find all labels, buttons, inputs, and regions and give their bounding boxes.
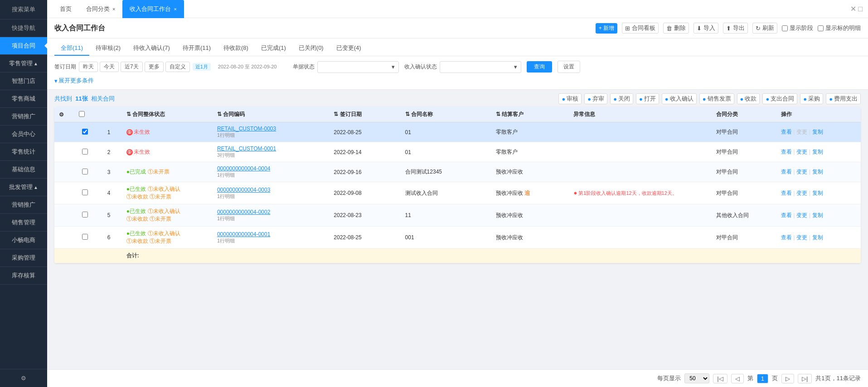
date-btn-自定义[interactable]: 自定义 xyxy=(165,62,190,72)
last-page-button[interactable]: ▷| xyxy=(798,374,812,383)
code-link[interactable]: RETAIL_CUSTOM-0003 xyxy=(217,126,276,132)
view-button[interactable]: 查看 xyxy=(781,149,792,155)
row-checkbox[interactable] xyxy=(74,227,96,249)
action-btn-sales_invoice[interactable]: ●销售发票 xyxy=(699,93,734,104)
code-link[interactable]: RETAIL_CUSTOM-0001 xyxy=(217,145,276,152)
doc-status-select[interactable]: ▾ xyxy=(317,61,399,73)
copy-button[interactable]: 复制 xyxy=(812,129,823,135)
row-checkbox[interactable] xyxy=(74,122,96,142)
action-btn-collection[interactable]: ●收款 xyxy=(737,93,760,104)
sidebar-item-member[interactable]: 会员中心 xyxy=(0,126,47,143)
sidebar-item-marketing[interactable]: 营销推广 xyxy=(0,108,47,126)
code-link[interactable]: 0000000000004-0002 xyxy=(217,209,270,215)
show-label-checkbox[interactable]: 显示标的明细 xyxy=(818,24,861,32)
copy-button[interactable]: 复制 xyxy=(812,212,823,218)
set-button[interactable]: 设置 xyxy=(558,61,580,73)
sidebar-item-retail_mall[interactable]: 零售商城 xyxy=(0,90,47,108)
per-page-select[interactable]: 50 100 200 xyxy=(684,373,709,383)
copy-button[interactable]: 复制 xyxy=(812,234,823,241)
change-button[interactable]: 变更 xyxy=(796,169,807,175)
board-button[interactable]: ⊞ 合同看板 xyxy=(622,23,659,34)
copy-button[interactable]: 复制 xyxy=(812,169,823,175)
action-btn-expense_out[interactable]: ●支出合同 xyxy=(762,93,797,104)
action-btn-audit[interactable]: ●审核 xyxy=(558,93,582,104)
change-button[interactable]: 变更 xyxy=(796,149,807,155)
view-button[interactable]: 查看 xyxy=(781,129,792,135)
tab-income_workbench[interactable]: 收入合同工作台× xyxy=(122,0,184,18)
sidebar-item-project[interactable]: 项目合同 xyxy=(0,37,47,55)
sidebar-nav[interactable]: 快捷导航 xyxy=(0,19,47,37)
filter-tab-closed[interactable]: 已关闭(0) xyxy=(292,41,330,56)
date-btn-昨天[interactable]: 昨天 xyxy=(79,62,98,72)
tab-close-icon[interactable]: × xyxy=(112,6,115,12)
sidebar-item-inventory[interactable]: 库存核算 xyxy=(0,267,47,285)
select-all-checkbox[interactable] xyxy=(79,111,85,117)
sidebar-item-smart_store[interactable]: 智慧门店 xyxy=(0,73,47,90)
next-page-button[interactable]: ▷ xyxy=(781,374,794,383)
sidebar-item-base_info[interactable]: 基础信息 xyxy=(0,161,47,179)
sidebar-item-purchase[interactable]: 采购管理 xyxy=(0,249,47,267)
change-button[interactable]: 变更 xyxy=(796,190,807,196)
filter-tab-pending_payment[interactable]: 待收款(8) xyxy=(217,41,255,56)
table-row[interactable]: 3●已完成 ①未开票0000000000004-00041行明细2022-09-… xyxy=(54,162,861,182)
date-active-badge[interactable]: 近1月 xyxy=(193,63,211,71)
code-link[interactable]: 0000000000004-0001 xyxy=(217,231,270,237)
th-setting[interactable]: ⚙ xyxy=(54,107,74,122)
new-button[interactable]: + 新增 xyxy=(596,23,617,34)
action-btn-close[interactable]: ●关闭 xyxy=(610,93,633,104)
copy-button[interactable]: 复制 xyxy=(812,190,823,196)
code-link[interactable]: 0000000000004-0003 xyxy=(217,187,270,193)
window-close-button[interactable]: ✕ □ xyxy=(850,5,863,13)
action-btn-expense_pay[interactable]: ●费用支出 xyxy=(826,93,861,104)
copy-button[interactable]: 复制 xyxy=(812,149,823,155)
view-button[interactable]: 查看 xyxy=(781,234,792,241)
row-checkbox[interactable] xyxy=(74,142,96,162)
filter-tab-pending_confirm[interactable]: 待收入确认(7) xyxy=(127,41,176,56)
date-btn-更多[interactable]: 更多 xyxy=(145,62,164,72)
sidebar-item-xiaochange[interactable]: 小畅电商 xyxy=(0,232,47,249)
change-button[interactable]: 变更 xyxy=(796,212,807,218)
sidebar-item-retail[interactable]: 零售管理▲ xyxy=(0,55,47,73)
sidebar-item-wholesale[interactable]: 批发管理▲ xyxy=(0,179,47,196)
refresh-button[interactable]: ↻ 刷新 xyxy=(752,23,777,34)
expand-more-button[interactable]: ▾ 展开更多条件 xyxy=(54,77,861,85)
import-button[interactable]: ⬇ 导入 xyxy=(693,23,718,34)
filter-tab-completed[interactable]: 已完成(1) xyxy=(255,41,292,56)
sidebar-item-marketing2[interactable]: 营销推广 xyxy=(0,196,47,214)
action-btn-open[interactable]: ●打开 xyxy=(636,93,659,104)
sidebar-item-retail_stat[interactable]: 零售统计 xyxy=(0,143,47,161)
table-row[interactable]: 6●已生效 ①未收入确认①未收款 ①未开票0000000000004-00011… xyxy=(54,227,861,249)
tab-contract_type[interactable]: 合同分类× xyxy=(79,0,122,18)
confirm-status-select[interactable]: ▾ xyxy=(440,61,521,73)
table-row[interactable]: 1①未生效RETAIL_CUSTOM-00031行明细2022-08-2501零… xyxy=(54,122,861,142)
tab-close-icon[interactable]: × xyxy=(174,6,176,12)
action-btn-purchase[interactable]: ●采购 xyxy=(800,93,823,104)
query-button[interactable]: 查询 xyxy=(527,61,552,73)
table-row[interactable]: 5●已生效 ①未收入确认①未收款 ①未开票0000000000004-00021… xyxy=(54,204,861,227)
row-checkbox[interactable] xyxy=(74,162,96,182)
change-button[interactable]: 变更 xyxy=(796,234,807,241)
view-button[interactable]: 查看 xyxy=(781,169,792,175)
date-btn-近7天[interactable]: 近7天 xyxy=(121,62,143,72)
action-btn-income_confirm[interactable]: ●收入确认 xyxy=(662,93,697,104)
export-button[interactable]: ⬆ 导出 xyxy=(723,23,748,34)
delete-button[interactable]: 🗑 删除 xyxy=(663,23,689,34)
table-row[interactable]: 4●已生效 ①未收入确认①未收款 ①未开票0000000000004-00031… xyxy=(54,182,861,204)
tab-home[interactable]: 首页 xyxy=(53,0,79,18)
show-stage-checkbox[interactable]: 显示阶段 xyxy=(782,24,813,32)
sidebar-search[interactable]: 搜索菜单 xyxy=(0,0,47,19)
code-link[interactable]: 0000000000004-0004 xyxy=(217,165,270,172)
filter-tab-pending_invoice[interactable]: 待开票(11) xyxy=(176,41,217,56)
settings-icon[interactable]: ⚙ xyxy=(0,369,47,387)
row-checkbox[interactable] xyxy=(74,204,96,227)
sidebar-item-sales_mgmt[interactable]: 销售管理 xyxy=(0,214,47,232)
first-page-button[interactable]: |◁ xyxy=(713,374,727,383)
view-button[interactable]: 查看 xyxy=(781,190,792,196)
view-button[interactable]: 查看 xyxy=(781,212,792,218)
filter-tab-all[interactable]: 全部(11) xyxy=(54,41,89,56)
filter-tab-pending_audit[interactable]: 待审核(2) xyxy=(89,41,127,56)
table-row[interactable]: 2①未生效RETAIL_CUSTOM-00013行明细2022-09-1401零… xyxy=(54,142,861,162)
action-btn-abandon[interactable]: ●弃审 xyxy=(584,93,607,104)
row-checkbox[interactable] xyxy=(74,182,96,204)
date-btn-今天[interactable]: 今天 xyxy=(100,62,119,72)
